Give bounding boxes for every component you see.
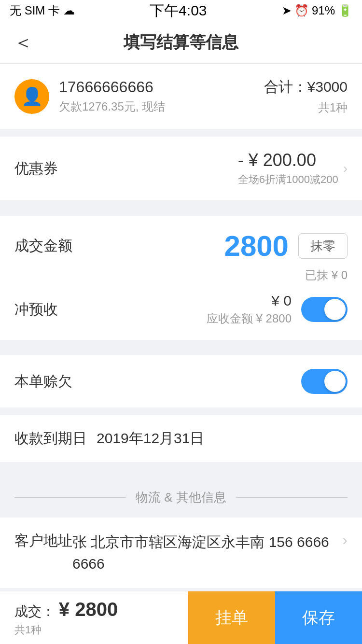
total-amount: 合计：¥3000 (264, 77, 348, 97)
location-icon: ➤ (282, 4, 292, 17)
coupon-label: 优惠券 (14, 159, 58, 179)
section-divider-3 (0, 470, 362, 477)
address-label: 客户地址 (14, 531, 72, 551)
amount-row: 成交金额 2800 抹零 (14, 229, 348, 263)
toggle-knob (324, 299, 346, 320)
alarm-icon: ⏰ (294, 4, 309, 17)
address-section[interactable]: 客户地址 张 北京市市辖区海淀区永丰南 156 6666 6666 › (0, 518, 362, 588)
customer-phone: 17666666666 (59, 78, 165, 96)
prereceive-values: ¥ 0 应收金额 ¥ 2800 (207, 293, 292, 326)
bottom-deal-line: 成交： ¥ 2800 (14, 599, 174, 621)
coupon-desc: 全场6折满1000减200 (238, 172, 338, 187)
prereceive-amount: ¥ 0 (207, 293, 292, 309)
status-left: 无 SIM 卡 ☁ (10, 3, 75, 18)
coupon-right: - ¥ 200.00 全场6折满1000减200 › (238, 150, 348, 187)
customer-info: 17666666666 欠款1276.35元, 现结 (59, 78, 165, 114)
writeoff-section: 本单赊欠 (0, 355, 362, 407)
bottom-deal-label: 成交： (14, 604, 55, 619)
amount-right: 2800 抹零 (224, 229, 348, 263)
logistics-text: 物流 & 其他信息 (126, 489, 236, 506)
prereceive-row: 冲预收 ¥ 0 应收金额 ¥ 2800 (14, 283, 348, 326)
nav-bar: ＜ 填写结算等信息 (0, 21, 362, 64)
round-button[interactable]: 抹零 (298, 233, 348, 259)
amount-label: 成交金额 (14, 236, 72, 256)
divider-line-right (236, 497, 348, 498)
bottom-deal-count: 共1种 (14, 623, 174, 637)
transaction-section: 成交金额 2800 抹零 已抹 ¥ 0 冲预收 ¥ 0 应收金额 ¥ 2800 (0, 216, 362, 340)
page-title: 填写结算等信息 (124, 31, 238, 54)
hold-button[interactable]: 挂单 (188, 591, 275, 644)
address-value: 张 北京市市辖区海淀区永丰南 156 6666 6666 (72, 531, 337, 574)
coupon-discount: - ¥ 200.00 (238, 150, 338, 170)
coupon-row[interactable]: 优惠券 - ¥ 200.00 全场6折满1000减200 › (0, 137, 362, 200)
prereceive-right: ¥ 0 应收金额 ¥ 2800 (207, 293, 348, 326)
save-button[interactable]: 保存 (275, 591, 362, 644)
logistics-divider: 物流 & 其他信息 (0, 477, 362, 518)
customer-debt: 欠款1276.35元, 现结 (59, 99, 165, 114)
writeoff-toggle-knob (324, 371, 346, 392)
duedate-section: 收款到期日 2019年12月31日 (0, 415, 362, 462)
chevron-right-icon: › (343, 161, 348, 176)
status-time: 下午4:03 (150, 1, 207, 21)
customer-left: 👤 17666666666 欠款1276.35元, 现结 (14, 78, 165, 114)
prereceive-label: 冲预收 (14, 300, 58, 320)
customer-right: 合计：¥3000 共1种 (264, 77, 348, 115)
section-divider-1 (0, 208, 362, 216)
status-right: ➤ ⏰ 91% 🔋 (282, 4, 352, 17)
battery-level: 91% (312, 4, 335, 17)
divider-line-left (14, 497, 126, 498)
duedate-label: 收款到期日 (14, 429, 87, 448)
bottom-bar: 成交： ¥ 2800 共1种 挂单 保存 (0, 591, 362, 644)
bottom-info: 成交： ¥ 2800 共1种 (0, 599, 188, 637)
prereceive-toggle[interactable] (301, 297, 348, 322)
total-count: 共1种 (264, 100, 348, 115)
writeoff-toggle[interactable] (301, 369, 348, 394)
amount-value: 2800 (224, 229, 289, 263)
address-chevron-icon: › (342, 531, 348, 549)
section-divider-2 (0, 348, 362, 355)
sim-status: 无 SIM 卡 ☁ (10, 3, 75, 18)
duedate-value: 2019年12月31日 (97, 429, 204, 448)
bottom-deal-amount: ¥ 2800 (59, 599, 118, 620)
battery-icon: 🔋 (338, 4, 352, 17)
back-button[interactable]: ＜ (14, 29, 33, 56)
content-area: 👤 17666666666 欠款1276.35元, 现结 合计：¥3000 共1… (0, 64, 362, 644)
customer-card: 👤 17666666666 欠款1276.35元, 现结 合计：¥3000 共1… (0, 64, 362, 129)
amount-sub: 已抹 ¥ 0 (14, 267, 348, 283)
prereceive-sub: 应收金额 ¥ 2800 (207, 311, 292, 326)
status-bar: 无 SIM 卡 ☁ 下午4:03 ➤ ⏰ 91% 🔋 (0, 0, 362, 21)
avatar: 👤 (14, 79, 49, 114)
person-icon: 👤 (21, 86, 43, 107)
writeoff-label: 本单赊欠 (14, 372, 72, 392)
